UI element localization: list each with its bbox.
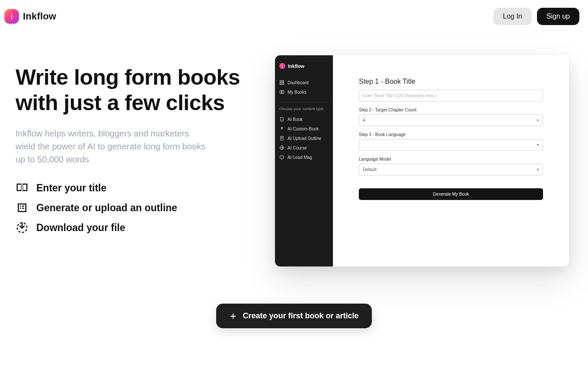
form-lm-label: Language Model xyxy=(359,157,543,162)
arrow-right-circle-icon xyxy=(279,155,284,160)
upload-icon xyxy=(279,136,284,141)
sidebar-item-ai-book[interactable]: AI Book xyxy=(279,114,329,124)
dashboard-icon xyxy=(279,80,284,85)
cta-label: Create your first book or article xyxy=(243,311,358,320)
sidebar-item-mybooks[interactable]: My Books xyxy=(279,87,329,97)
file-icon xyxy=(279,117,284,122)
logo-icon: i xyxy=(4,9,19,24)
hero-step-label: Download your file xyxy=(36,222,125,234)
chapter-count-select[interactable]: 4 xyxy=(359,114,543,126)
preview-sidebar: i Inkflow Dashboard My Books Choose your… xyxy=(275,55,333,266)
books-icon xyxy=(279,89,284,95)
sparkle-icon xyxy=(279,126,284,131)
form-step1-title: Step 1 - Book Title xyxy=(359,78,543,86)
hero-section: Write long form books with just a few cl… xyxy=(0,25,588,266)
svg-rect-1 xyxy=(282,81,284,82)
preview-form: Step 1 - Book Title Step 2 - Target Chap… xyxy=(333,55,569,266)
hero-step-label: Generate or upload an outline xyxy=(36,202,177,214)
svg-point-5 xyxy=(280,155,284,159)
globe-icon xyxy=(279,145,284,150)
hero-step-2: Generate or upload an outline xyxy=(16,201,258,214)
hero-copy: Write long form books with just a few cl… xyxy=(16,55,258,266)
sidebar-item-label: AI Upload Outline xyxy=(288,136,321,141)
svg-rect-2 xyxy=(280,83,282,85)
hero-preview: i Inkflow Dashboard My Books Choose your… xyxy=(275,55,572,266)
hero-subtitle: Inkflow helps writers, bloggers and mark… xyxy=(16,127,206,166)
hero-step-label: Enter your title xyxy=(36,182,106,194)
sidebar-divider xyxy=(279,102,329,102)
hero-steps: Enter your title Generate or upload an o… xyxy=(16,181,258,234)
preview-logo: i Inkflow xyxy=(279,63,329,69)
sidebar-item-label: AI Course xyxy=(288,146,307,150)
login-button[interactable]: Log In xyxy=(493,8,531,25)
sidebar-item-label: AI Lead Mag xyxy=(288,155,312,160)
sidebar-item-ai-lead-mag[interactable]: AI Lead Mag xyxy=(279,152,329,162)
svg-rect-0 xyxy=(280,81,282,82)
form-step2-label: Step 2 - Target Chapter Count xyxy=(359,108,543,112)
book-title-input[interactable] xyxy=(359,90,543,101)
create-first-book-button[interactable]: Create your first book or article xyxy=(216,304,371,328)
hero-step-3: Download your file xyxy=(16,221,258,234)
language-model-select[interactable]: Default xyxy=(359,164,543,175)
sidebar-item-label: AI Book xyxy=(288,117,303,122)
download-icon xyxy=(16,221,29,234)
preview-logo-icon: i xyxy=(279,63,285,69)
sidebar-item-dashboard[interactable]: Dashboard xyxy=(279,78,329,87)
generate-book-button[interactable]: Generate My Book xyxy=(359,188,543,200)
book-language-select[interactable] xyxy=(359,139,543,151)
sidebar-item-ai-custom-book[interactable]: AI Custom Book xyxy=(279,124,329,133)
sidebar-item-ai-upload-outline[interactable]: AI Upload Outline xyxy=(279,133,329,143)
hero-step-1: Enter your title xyxy=(16,181,258,194)
header-actions: Log In Sign up xyxy=(493,8,579,25)
app-preview: i Inkflow Dashboard My Books Choose your… xyxy=(275,55,569,266)
plus-icon xyxy=(229,312,237,320)
sidebar-section-label: Choose your content type xyxy=(279,107,329,111)
book-open-icon xyxy=(16,181,29,194)
brand-name: Inkflow xyxy=(23,11,56,22)
logo[interactable]: i Inkflow xyxy=(4,9,56,24)
list-icon xyxy=(16,201,29,214)
svg-rect-3 xyxy=(282,83,284,85)
signup-button[interactable]: Sign up xyxy=(537,8,579,25)
site-header: i Inkflow Log In Sign up xyxy=(0,0,588,25)
cta-section: Create your first book or article xyxy=(0,304,588,328)
sidebar-item-label: Dashboard xyxy=(288,80,309,85)
sidebar-item-label: My Books xyxy=(288,90,307,95)
form-step3-label: Step 3 - Book Language xyxy=(359,132,543,137)
sidebar-item-ai-course[interactable]: AI Course xyxy=(279,143,329,152)
hero-title: Write long form books with just a few cl… xyxy=(16,65,258,116)
preview-brand: Inkflow xyxy=(288,63,304,69)
sidebar-item-label: AI Custom Book xyxy=(288,127,319,131)
